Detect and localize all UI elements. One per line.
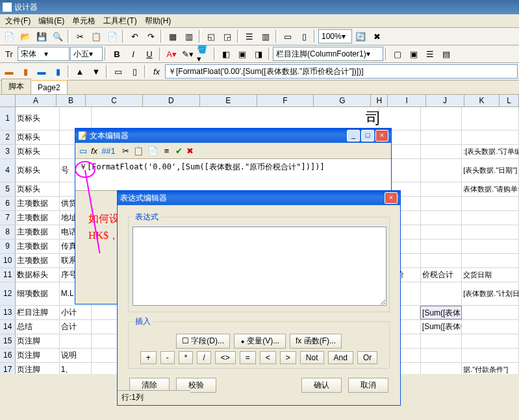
- tab-script[interactable]: 脚本: [1, 79, 31, 94]
- cell[interactable]: [421, 107, 462, 130]
- cell[interactable]: 司: [92, 107, 379, 130]
- cell[interactable]: [462, 197, 519, 210]
- ungroup-icon[interactable]: ▥: [181, 29, 197, 44]
- cell[interactable]: 交货日期: [462, 268, 519, 282]
- cell[interactable]: [421, 159, 462, 182]
- format-icon[interactable]: ##1: [101, 146, 116, 156]
- row-icon[interactable]: ☰: [242, 29, 257, 44]
- cell[interactable]: [60, 107, 92, 130]
- cell[interactable]: [462, 240, 519, 253]
- ab-icon[interactable]: ▭: [79, 146, 87, 156]
- row-header[interactable]: 6: [0, 197, 16, 210]
- minimize-icon[interactable]: _: [347, 130, 360, 142]
- merge-cell-icon[interactable]: ▭: [110, 64, 126, 79]
- row-header[interactable]: 15: [0, 334, 16, 348]
- refresh-icon[interactable]: 🔄: [353, 29, 368, 44]
- section-cell[interactable]: 页注脚: [16, 334, 59, 348]
- open-icon[interactable]: 📂: [18, 29, 33, 44]
- merge-icon[interactable]: ▭: [280, 29, 296, 44]
- fill-icon[interactable]: 🪣▾: [196, 46, 212, 62]
- front-icon[interactable]: ◱: [203, 29, 219, 44]
- split-icon[interactable]: ▯: [296, 29, 312, 44]
- cancel-icon[interactable]: ✖: [186, 146, 194, 156]
- row-header[interactable]: 14: [0, 320, 16, 334]
- variable-button[interactable]: ⬥ 变量(V)...: [234, 334, 286, 349]
- op-And[interactable]: And: [328, 351, 353, 364]
- section-cell[interactable]: 主项数据: [16, 225, 59, 239]
- menu-cell[interactable]: 单元格: [68, 14, 99, 28]
- cell[interactable]: 合计: [60, 320, 92, 334]
- bold-icon[interactable]: B: [109, 46, 125, 62]
- align-center-icon[interactable]: ▣: [234, 46, 250, 62]
- section-cell[interactable]: 页标头: [16, 159, 59, 182]
- col-H[interactable]: H: [371, 95, 388, 106]
- section-cell[interactable]: 页标头: [16, 145, 59, 158]
- cell[interactable]: [462, 211, 519, 225]
- close-icon[interactable]: ✖: [369, 29, 385, 44]
- expr-titlebar[interactable]: 表达式编辑器 ×: [118, 191, 400, 205]
- section-cell[interactable]: 主项数据: [16, 211, 59, 225]
- section-cell[interactable]: 栏目注脚: [16, 306, 59, 319]
- cell[interactable]: [421, 130, 462, 144]
- cell[interactable]: :[表头数据."订单编号"]: [462, 145, 519, 158]
- menu-help[interactable]: 帮助(H): [141, 14, 175, 28]
- preview-icon[interactable]: 🔍: [50, 29, 66, 44]
- section-cell[interactable]: 页标头: [16, 130, 59, 144]
- cancel-button[interactable]: 取消: [348, 378, 388, 393]
- col-B[interactable]: B: [57, 95, 86, 106]
- text-editor-titlebar[interactable]: 📝 文本编辑器 _ □ ×: [75, 129, 391, 143]
- insert-col-icon[interactable]: ▮: [18, 64, 33, 79]
- section-cell[interactable]: 数据标头: [16, 268, 59, 282]
- undo-icon[interactable]: ↶: [127, 29, 142, 44]
- fontsize-combo[interactable]: 小五▾: [70, 47, 103, 61]
- col-F[interactable]: F: [257, 95, 314, 106]
- cell[interactable]: [421, 349, 462, 362]
- del-row-icon[interactable]: ▬: [34, 64, 49, 79]
- col-D[interactable]: D: [143, 95, 200, 106]
- underline-icon[interactable]: U: [142, 46, 157, 62]
- border1-icon[interactable]: ▢: [390, 46, 405, 62]
- op-*[interactable]: *: [179, 351, 194, 364]
- op-Or[interactable]: Or: [357, 351, 377, 364]
- cell[interactable]: 据."付款条件"]: [462, 363, 519, 374]
- back-icon[interactable]: ◲: [220, 29, 235, 44]
- row-header[interactable]: 17: [0, 363, 16, 374]
- text-editor-content[interactable]: ￥[FormatFloat('0.00',[Sum([表体数据."原币价税合计"…: [75, 159, 391, 191]
- redo-icon[interactable]: ↷: [143, 29, 158, 44]
- cell[interactable]: 价税合计: [421, 268, 462, 282]
- paste-icon[interactable]: 📄: [147, 146, 158, 156]
- menu-toolbar[interactable]: 工具栏(T): [99, 14, 140, 28]
- section-cell[interactable]: 细项数据: [16, 282, 59, 305]
- col-L[interactable]: L: [500, 95, 519, 106]
- fx-icon[interactable]: fx: [149, 64, 164, 79]
- cell[interactable]: 说明: [60, 349, 92, 362]
- row-header[interactable]: 2: [0, 130, 16, 144]
- row-header[interactable]: 1: [0, 107, 16, 130]
- cell[interactable]: [421, 211, 462, 225]
- cell[interactable]: [421, 182, 462, 196]
- cell[interactable]: [462, 349, 519, 362]
- border4-icon[interactable]: ▤: [438, 46, 454, 62]
- cut-icon[interactable]: ✂: [122, 146, 129, 156]
- border3-icon[interactable]: ☰: [422, 46, 438, 62]
- cell[interactable]: [表体数据."计划日: [462, 282, 519, 305]
- cell[interactable]: 1、: [60, 363, 92, 374]
- move-up-icon[interactable]: ▲: [72, 64, 88, 79]
- cell[interactable]: [421, 145, 462, 158]
- wrap-icon[interactable]: ≡: [164, 146, 170, 156]
- row-header[interactable]: 4: [0, 159, 16, 182]
- cell[interactable]: [462, 107, 519, 130]
- new-icon[interactable]: 📄: [1, 29, 17, 44]
- insert-row-icon[interactable]: ▬: [1, 64, 17, 79]
- align-right-icon[interactable]: ◨: [251, 46, 266, 62]
- zoom-combo[interactable]: 100%▾: [318, 29, 352, 43]
- op->[interactable]: >: [280, 351, 296, 364]
- cell[interactable]: [462, 306, 519, 319]
- expr-textarea[interactable]: [133, 227, 386, 306]
- row-header[interactable]: 8: [0, 225, 16, 239]
- tab-page2[interactable]: Page2: [31, 80, 68, 94]
- cell[interactable]: [421, 254, 462, 267]
- cell[interactable]: [421, 197, 462, 210]
- col-E[interactable]: E: [200, 95, 257, 106]
- border2-icon[interactable]: ▣: [406, 46, 422, 62]
